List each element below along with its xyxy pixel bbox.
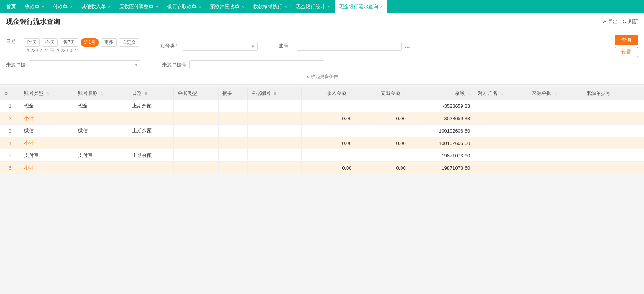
account-type-label: 账号类型 (160, 43, 180, 49)
export-button[interactable]: ↗ 导出 (602, 18, 618, 25)
account-input[interactable] (297, 42, 402, 51)
sort-date-icon: ⇅ (144, 91, 147, 96)
nav-receipts-label: 收款单 (25, 3, 39, 10)
close-other-income-icon[interactable]: × (108, 4, 110, 9)
col-doc-type[interactable]: 单据类型 (173, 87, 218, 100)
cell-doc-no (248, 149, 302, 162)
col-source-doc[interactable]: 来源单据 ⇅ (528, 87, 582, 100)
nav-bank-stats-label: 现金银行统计 (296, 3, 325, 10)
source-doc-select[interactable]: ▾ (29, 60, 141, 69)
nav-item-payments[interactable]: 付款单 × (48, 0, 77, 13)
close-pre-receive-icon[interactable]: × (242, 4, 244, 9)
date-btn-7days[interactable]: 近7天 (60, 38, 78, 47)
date-btn-1month[interactable]: 近1月 (81, 38, 99, 47)
sort-counterparty-icon: ⇅ (500, 91, 503, 96)
collapse-bar[interactable]: ∧ 收起更多条件 (6, 72, 638, 81)
cell-balance: -3528659.33 (410, 112, 474, 125)
col-income[interactable]: 收入金额 ⇅ (302, 87, 356, 100)
account-dots-button[interactable]: ... (405, 43, 410, 49)
data-table: ⚙ 账号类型 ⇅ 账号名称 ⇅ 日期 ⇅ 单据类型 摘要 (0, 87, 644, 174)
nav-item-payable-adjust[interactable]: 应收应付调整单 × (115, 0, 162, 13)
col-account-type[interactable]: 账号类型 ⇅ (20, 87, 74, 100)
cell-summary (218, 125, 247, 137)
close-bank-stats-icon[interactable]: × (327, 4, 330, 9)
account-label: 账号 (279, 43, 294, 49)
nav-bank-flow-label: 现金银行流水查询 (339, 3, 378, 10)
sort-expense-icon: ⇅ (403, 91, 406, 96)
refresh-button[interactable]: ↻ 刷新 (622, 18, 638, 25)
sort-doc-no-icon: ⇅ (273, 91, 276, 96)
nav-item-bank-deposit[interactable]: 银行存取款单 × (163, 0, 206, 13)
table-row[interactable]: 6 小计 0.00 0.00 19871073.60 (0, 162, 644, 174)
close-payments-icon[interactable]: × (70, 4, 72, 9)
cell-account-type: 小计 (20, 112, 74, 125)
nav-payments-label: 付款单 (53, 3, 68, 10)
cell-counterparty (474, 100, 528, 112)
nav-item-receipts[interactable]: 收款单 × (20, 0, 48, 13)
col-expense[interactable]: 支出金额 ⇅ (356, 87, 410, 100)
sort-account-name-icon: ⇅ (100, 91, 103, 96)
date-btn-yesterday[interactable]: 昨天 (24, 38, 40, 47)
close-write-off-icon[interactable]: × (285, 4, 287, 9)
col-date[interactable]: 日期 ⇅ (128, 87, 173, 100)
cell-account-type: 微信 (20, 125, 74, 137)
date-btn-today[interactable]: 今天 (42, 38, 58, 47)
cell-source-doc-no (582, 149, 644, 162)
nav-item-home[interactable]: 首页 (2, 0, 20, 13)
cell-row-num: 6 (0, 162, 20, 174)
cell-account-type: 支付宝 (20, 149, 74, 162)
filter-row-2: 来源单据 ▾ 来源单据号 (6, 60, 638, 69)
cell-expense (356, 125, 410, 137)
gear-icon[interactable]: ⚙ (4, 91, 8, 96)
nav-item-bank-flow[interactable]: 现金银行流水查询 × (335, 0, 387, 13)
nav-item-pre-receive[interactable]: 预收冲应收单 × (206, 0, 248, 13)
table-container: ⚙ 账号类型 ⇅ 账号名称 ⇅ 日期 ⇅ 单据类型 摘要 (0, 87, 644, 174)
source-doc-no-filter: 来源单据号 (162, 60, 324, 69)
close-bank-flow-icon[interactable]: × (380, 4, 383, 9)
table-row[interactable]: 3 微信 微信 上期余额 100102606.60 (0, 125, 644, 137)
nav-bank-deposit-label: 银行存取款单 (167, 3, 197, 10)
cell-balance: -3528659.33 (410, 100, 474, 112)
cell-source-doc (528, 149, 582, 162)
col-gear[interactable]: ⚙ (0, 87, 20, 100)
col-doc-no[interactable]: 单据编号 ⇅ (248, 87, 302, 100)
settings-button[interactable]: 设置 (615, 47, 638, 57)
col-source-doc-no[interactable]: 来源单据号 ⇅ (582, 87, 644, 100)
date-btn-custom[interactable]: 自定义 (119, 38, 139, 47)
cell-income (302, 100, 356, 112)
table-row[interactable]: 4 小计 0.00 0.00 100102606.60 (0, 137, 644, 149)
nav-item-other-income[interactable]: 其他收入单 × (77, 0, 115, 13)
col-summary[interactable]: 摘要 (218, 87, 247, 100)
cell-account-name (74, 162, 128, 174)
date-buttons: 昨天 今天 近7天 近1月 更多 自定义 (24, 38, 139, 47)
cell-counterparty (474, 162, 528, 174)
col-account-name[interactable]: 账号名称 ⇅ (74, 87, 128, 100)
cell-source-doc-no (582, 125, 644, 137)
cell-doc-no (248, 137, 302, 149)
cell-date (128, 137, 173, 149)
query-button[interactable]: 查询 (615, 35, 638, 45)
cell-doc-no (248, 112, 302, 125)
cell-counterparty (474, 149, 528, 162)
date-btn-more[interactable]: 更多 (101, 38, 117, 47)
cell-doc-type (173, 162, 218, 174)
date-range-text: 2023-02-24 至 2023-03-24 (26, 48, 139, 54)
date-label: 日期 (6, 38, 21, 45)
table-row[interactable]: 5 支付宝 支付宝 上期余额 19871073.60 (0, 149, 644, 162)
account-type-select[interactable]: ▾ (183, 42, 258, 51)
sort-balance-icon: ⇅ (467, 91, 470, 96)
close-payable-adjust-icon[interactable]: × (156, 4, 158, 9)
col-counterparty[interactable]: 对方户名 ⇅ (474, 87, 528, 100)
cell-balance: 19871073.60 (410, 149, 474, 162)
cell-row-num: 4 (0, 137, 20, 149)
table-row[interactable]: 2 小计 0.00 0.00 -3528659.33 (0, 112, 644, 125)
close-receipts-icon[interactable]: × (42, 4, 44, 9)
nav-item-bank-stats[interactable]: 现金银行统计 × (291, 0, 334, 13)
cell-summary (218, 137, 247, 149)
table-row[interactable]: 1 现金 现金 上期余额 -3528659.33 (0, 100, 644, 112)
col-balance[interactable]: 余额 ⇅ (410, 87, 474, 100)
nav-item-write-off[interactable]: 收款核销执行 × (249, 0, 291, 13)
close-bank-deposit-icon[interactable]: × (199, 4, 201, 9)
source-doc-no-input[interactable] (189, 60, 324, 69)
account-input-group: ... (297, 42, 410, 51)
